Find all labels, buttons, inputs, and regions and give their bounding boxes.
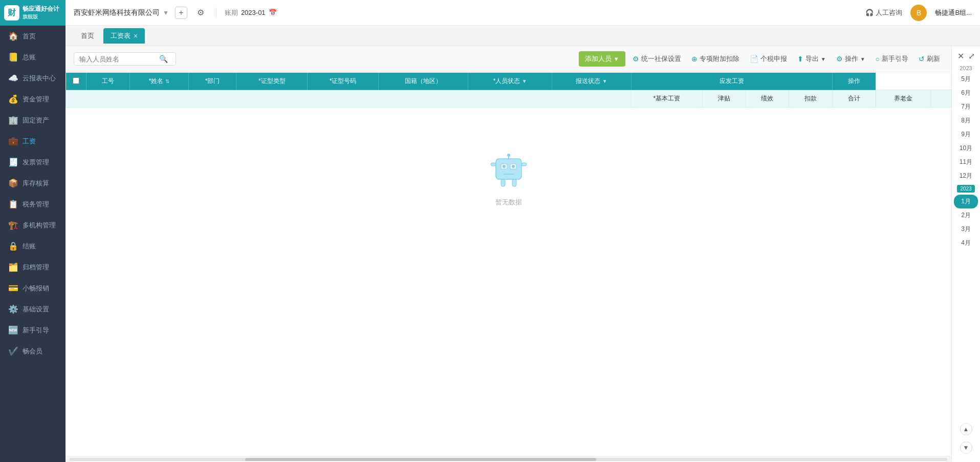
- sidebar-item-archive[interactable]: 🗂️ 归档管理: [0, 257, 66, 278]
- social-security-button[interactable]: ⚙ 统一社保设置: [629, 52, 684, 66]
- month-nav-down[interactable]: ▼: [960, 442, 972, 454]
- company-settings-button[interactable]: ⚙: [193, 6, 208, 20]
- th-dept: *部门: [188, 73, 236, 90]
- archive-icon: 🗂️: [8, 262, 18, 272]
- status-filter-icon[interactable]: ▼: [522, 78, 527, 84]
- topbar-divider: [216, 8, 216, 18]
- tab-home-label: 首页: [81, 32, 94, 39]
- tab-salary-table[interactable]: 工资表 ×: [103, 28, 145, 44]
- new-guide-label: 新手引导: [882, 54, 908, 64]
- sidebar-item-ledger[interactable]: 📒 总账: [0, 47, 66, 68]
- month-7[interactable]: 7月: [952, 100, 980, 114]
- year-2023-label: 2023: [957, 185, 974, 193]
- content-area: 🔍 添加人员 ▼ ⚙ 统一社保设置 ⊕ 专项附加扣除: [66, 46, 980, 462]
- sidebar-label-settings: 基础设置: [23, 305, 49, 314]
- sidebar-label-inventory: 库存核算: [23, 179, 49, 188]
- sidebar-item-settings[interactable]: ⚙️ 基础设置: [0, 299, 66, 320]
- th-cert-type: *证型类型: [236, 73, 308, 90]
- sidebar-item-expense[interactable]: 💳 小畅报销: [0, 278, 66, 299]
- period-value[interactable]: 2023-01: [241, 9, 266, 16]
- sidebar-item-home[interactable]: 🏠 首页: [0, 26, 66, 47]
- sidebar-item-fixed-assets[interactable]: 🏢 固定资产: [0, 110, 66, 131]
- th-cert-no: *证型号码: [308, 73, 379, 90]
- scroll-thumb[interactable]: [245, 458, 596, 461]
- social-security-label: 统一社保设置: [641, 54, 681, 64]
- svg-rect-8: [491, 163, 496, 166]
- sidebar-label-home: 首页: [23, 32, 36, 41]
- add-company-button[interactable]: +: [175, 7, 187, 19]
- capital-icon: 💰: [8, 94, 18, 104]
- month-12[interactable]: 12月: [952, 169, 980, 183]
- month-6[interactable]: 6月: [952, 86, 980, 100]
- month-2[interactable]: 2月: [952, 208, 980, 222]
- headset-icon: 🎧: [865, 9, 874, 16]
- period-label: 账期: [225, 8, 238, 17]
- special-deduction-button[interactable]: ⊕ 专项附加扣除: [688, 52, 743, 66]
- sidebar-item-multi-org[interactable]: 🏗️ 多机构管理: [0, 215, 66, 236]
- month-4[interactable]: 4月: [952, 236, 980, 250]
- help-button[interactable]: 🎧 人工咨询: [865, 8, 902, 17]
- add-person-button[interactable]: 添加人员 ▼: [579, 51, 625, 67]
- help-label: 人工咨询: [876, 8, 902, 17]
- inventory-icon: 📦: [8, 178, 18, 188]
- month-panel: ✕ ⤢ 2023 5月 6月 7月 8月 9月 10月 11月 12月 2023…: [951, 46, 980, 462]
- sidebar-label-vip: 畅会员: [23, 347, 42, 356]
- username: 畅捷通B组...: [935, 8, 972, 17]
- report-filter-icon[interactable]: ▼: [602, 78, 607, 84]
- sidebar-item-salary[interactable]: 💼 工资: [0, 131, 66, 152]
- th-allowance: 津贴: [702, 90, 746, 108]
- sidebar-label-invoice: 发票管理: [23, 158, 49, 167]
- sidebar-item-capital[interactable]: 💰 资金管理: [0, 89, 66, 110]
- th-performance: 绩效: [746, 90, 789, 108]
- month-9[interactable]: 9月: [952, 128, 980, 141]
- special-deduction-icon: ⊕: [691, 55, 698, 63]
- th-name[interactable]: *姓名 ⇅: [129, 73, 188, 90]
- month-11[interactable]: 11月: [952, 155, 980, 169]
- sidebar-label-salary: 工资: [23, 137, 36, 146]
- sidebar-label-cloud: 云报表中心: [23, 74, 56, 83]
- tax-report-button[interactable]: 📄 个税申报: [747, 52, 790, 66]
- close-panel-button[interactable]: ✕: [956, 50, 965, 62]
- empty-icon: [483, 149, 534, 190]
- month-8[interactable]: 8月: [952, 114, 980, 128]
- horizontal-scrollbar[interactable]: [66, 456, 951, 462]
- empty-text: 暂无数据: [495, 198, 522, 207]
- sidebar-item-cloud-report[interactable]: ☁️ 云报表中心: [0, 68, 66, 89]
- cloud-icon: ☁️: [8, 73, 18, 83]
- invoice-icon: 🧾: [8, 157, 18, 167]
- month-nav-up[interactable]: ▲: [960, 423, 972, 435]
- month-1-active[interactable]: 1月: [954, 195, 978, 208]
- user-avatar: B: [910, 5, 927, 21]
- select-all-checkbox[interactable]: [73, 77, 79, 84]
- export-label: 导出: [805, 54, 819, 64]
- refresh-button[interactable]: ↺ 刷新: [916, 52, 943, 66]
- sidebar-label-capital: 资金管理: [23, 95, 49, 104]
- add-person-chevron: ▼: [614, 56, 619, 62]
- search-input[interactable]: [79, 55, 156, 63]
- calendar-icon[interactable]: 📅: [269, 9, 277, 16]
- sidebar-item-closing[interactable]: 🔒 结账: [0, 236, 66, 257]
- sidebar-item-invoice[interactable]: 🧾 发票管理: [0, 152, 66, 173]
- sidebar-item-guide[interactable]: 🆕 新手引导: [0, 320, 66, 341]
- expand-panel-button[interactable]: ⤢: [967, 50, 976, 62]
- sidebar-item-tax[interactable]: 📋 税务管理: [0, 194, 66, 215]
- new-guide-button[interactable]: ○ 新手引导: [873, 52, 911, 66]
- company-selector[interactable]: 西安虾米网络科技有限公司 ▼: [74, 8, 169, 17]
- app-logo: 财 畅应通好会计 旗舰版: [0, 0, 66, 26]
- sidebar-label-guide: 新手引导: [23, 326, 49, 335]
- scroll-track: [70, 458, 947, 461]
- tab-home[interactable]: 首页: [74, 28, 101, 44]
- tab-close-icon[interactable]: ×: [134, 32, 138, 40]
- th-total: 合计: [833, 90, 876, 108]
- th-checkbox[interactable]: [66, 73, 86, 90]
- sidebar-item-vip[interactable]: ✔️ 畅会员: [0, 341, 66, 362]
- export-button[interactable]: ⬆ 导出 ▼: [794, 52, 829, 66]
- operations-button[interactable]: ⚙ 操作 ▼: [833, 52, 868, 66]
- month-10[interactable]: 10月: [952, 141, 980, 155]
- month-5[interactable]: 5月: [952, 72, 980, 86]
- month-3[interactable]: 3月: [952, 222, 980, 236]
- toolbar-actions: 添加人员 ▼ ⚙ 统一社保设置 ⊕ 专项附加扣除 📄 个税申报: [579, 51, 943, 67]
- sidebar-item-inventory[interactable]: 📦 库存核算: [0, 173, 66, 194]
- search-icon: 🔍: [159, 55, 168, 63]
- refresh-label: 刷新: [927, 54, 940, 64]
